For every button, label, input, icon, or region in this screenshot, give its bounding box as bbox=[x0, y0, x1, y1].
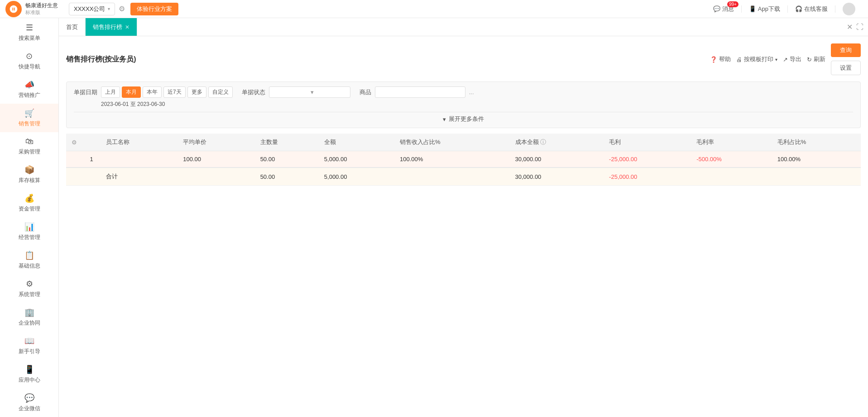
td-cost: 30,000.00 bbox=[510, 151, 604, 168]
app-logo: 畅康通好生意 标准版 bbox=[5, 1, 64, 17]
chart-icon: 📊 bbox=[24, 222, 34, 232]
status-filter-label: 单据状态 bbox=[242, 88, 265, 96]
page-actions: ❓ 帮助 🖨 按模板打印 ▾ ↗ 导出 ↻ bbox=[710, 43, 861, 75]
sidebar-item-marketing[interactable]: 📣 营销推广 bbox=[0, 75, 58, 104]
goods-text-input[interactable] bbox=[380, 89, 460, 96]
sidebar-item-quick-nav[interactable]: ⊙ 快捷导航 bbox=[0, 47, 58, 75]
goods-filter-label: 商品 bbox=[360, 88, 371, 96]
tab-sales-rank[interactable]: 销售排行榜 ✕ bbox=[86, 18, 137, 36]
company-selector[interactable]: XXXXX公司 ▾ bbox=[69, 3, 115, 15]
tf-label: 合计 bbox=[101, 168, 177, 186]
sidebar-item-label: 企业微信 bbox=[19, 405, 40, 412]
sidebar-item-system[interactable]: ⚙ 系统管理 bbox=[0, 274, 58, 303]
th-cost: 成本全额 ⓘ bbox=[510, 134, 604, 151]
table-row: 1 100.00 50.00 5,000.00 100.00% 30,000.0… bbox=[66, 151, 861, 168]
close-window-icon[interactable]: ✕ bbox=[847, 23, 853, 31]
td-gross: -25,000.00 bbox=[604, 151, 691, 168]
sidebar-item-label: 企业协同 bbox=[19, 319, 40, 327]
more-date-btn[interactable]: 更多 bbox=[187, 86, 206, 98]
sidebar-item-operations[interactable]: 📊 经营管理 bbox=[0, 217, 58, 246]
content-area: 首页 销售排行榜 ✕ ✕ ⛶ 销售排行榜(按业务员) ❓ bbox=[59, 18, 868, 417]
app-download-button[interactable]: 📱 App下载 bbox=[749, 5, 780, 13]
money-icon: 💰 bbox=[24, 193, 34, 203]
chevron-down-icon: ▾ bbox=[311, 89, 345, 96]
td-avg-price: 100.00 bbox=[177, 151, 254, 168]
date-filter-label: 单据日期 bbox=[74, 88, 97, 96]
tf-avg-price bbox=[177, 168, 254, 186]
online-service-button[interactable]: 🎧 在线客服 bbox=[795, 5, 828, 13]
tab-window-buttons: ✕ ⛶ bbox=[842, 18, 868, 36]
logo-icon bbox=[5, 1, 22, 17]
sidebar-item-label: 基础信息 bbox=[19, 262, 40, 270]
bag-icon: 🛍 bbox=[25, 137, 34, 146]
sidebar-item-label: 销售管理 bbox=[19, 120, 40, 128]
th-gross-pct: 毛利占比% bbox=[772, 134, 861, 151]
avatar[interactable] bbox=[843, 3, 855, 15]
settings-button[interactable]: 设置 bbox=[831, 61, 861, 75]
building-icon: 🏢 bbox=[24, 307, 34, 317]
chevron-down-icon: ▾ bbox=[108, 6, 110, 11]
help-button[interactable]: ❓ 帮助 bbox=[710, 55, 731, 63]
td-rank: 1 bbox=[82, 151, 101, 168]
sidebar-item-search-order[interactable]: ☰ 搜索菜单 bbox=[0, 18, 58, 47]
sidebar-item-inventory[interactable]: 📦 库存核算 bbox=[0, 160, 58, 189]
tab-home[interactable]: 首页 bbox=[59, 18, 86, 36]
sidebar-item-label: 系统管理 bbox=[19, 291, 40, 298]
print-button[interactable]: 🖨 按模板打印 ▾ bbox=[736, 55, 777, 63]
sidebar-item-finance[interactable]: 💰 资金管理 bbox=[0, 189, 58, 217]
sidebar-item-label: 营销推广 bbox=[19, 91, 40, 99]
th-name: 员工名称 bbox=[101, 134, 177, 151]
td-settings bbox=[66, 151, 82, 168]
filter-row: 单据日期 上月 本月 本年 近7天 更多 自定义 bbox=[74, 86, 853, 98]
sidebar-item-wechat[interactable]: 💬 企业微信 bbox=[0, 388, 58, 417]
divider bbox=[741, 5, 742, 13]
settings-icon[interactable]: ⚙ bbox=[119, 5, 125, 13]
chevron-down-icon: ▾ bbox=[443, 116, 446, 123]
page-content-wrapper: 销售排行榜(按业务员) ❓ 帮助 🖨 按模板打印 ▾ ↗ bbox=[59, 36, 868, 417]
expand-more-btn[interactable]: ▾ 展开更多条件 bbox=[74, 112, 853, 123]
page-title: 销售排行榜(按业务员) bbox=[66, 55, 136, 64]
message-button[interactable]: 💬 消息 99+ bbox=[713, 5, 734, 13]
help-icon: ❓ bbox=[710, 56, 717, 63]
this-month-btn[interactable]: 本月 bbox=[122, 86, 141, 98]
query-button[interactable]: 查询 bbox=[831, 43, 861, 57]
more-filter-icon[interactable]: ... bbox=[469, 89, 474, 96]
sidebar-item-purchase[interactable]: 🛍 采购管理 bbox=[0, 132, 58, 160]
tf-amount: 5,000.00 bbox=[319, 168, 394, 186]
trial-button[interactable]: 体验行业方案 bbox=[130, 3, 178, 15]
th-sales-pct: 销售收入占比% bbox=[394, 134, 510, 151]
app-name: 畅康通好生意 标准版 bbox=[25, 2, 58, 16]
custom-date-btn[interactable]: 自定义 bbox=[208, 86, 233, 98]
export-icon: ↗ bbox=[783, 56, 788, 63]
status-select[interactable]: ▾ bbox=[269, 86, 350, 98]
export-button[interactable]: ↗ 导出 bbox=[783, 55, 801, 63]
tf-gross-pct bbox=[772, 168, 861, 186]
status-filter: 单据状态 ▾ bbox=[242, 86, 350, 98]
tf-settings bbox=[66, 168, 82, 186]
last-7days-btn[interactable]: 近7天 bbox=[163, 86, 186, 98]
maximize-icon[interactable]: ⛶ bbox=[856, 23, 863, 31]
goods-input[interactable] bbox=[375, 86, 465, 98]
sidebar-item-label: 经营管理 bbox=[19, 234, 40, 241]
refresh-button[interactable]: ↻ 刷新 bbox=[807, 55, 825, 63]
megaphone-icon: 📣 bbox=[24, 80, 34, 90]
this-year-btn[interactable]: 本年 bbox=[143, 86, 162, 98]
th-settings: ⚙ bbox=[66, 134, 82, 151]
app-icon: 📱 bbox=[749, 5, 756, 12]
book-icon: 📖 bbox=[24, 336, 34, 346]
close-tab-icon[interactable]: ✕ bbox=[125, 24, 129, 30]
wechat-icon: 💬 bbox=[24, 393, 34, 403]
cost-info-icon[interactable]: ⓘ bbox=[540, 139, 546, 145]
last-month-btn[interactable]: 上月 bbox=[101, 86, 120, 98]
column-settings-icon[interactable]: ⚙ bbox=[72, 139, 77, 146]
message-icon: 💬 bbox=[713, 5, 720, 12]
sidebar-item-enterprise[interactable]: 🏢 企业协同 bbox=[0, 303, 58, 331]
sidebar-item-app-center[interactable]: 📱 应用中心 bbox=[0, 360, 58, 388]
th-gross-rate: 毛利率 bbox=[691, 134, 772, 151]
main-layout: ☰ 搜索菜单 ⊙ 快捷导航 📣 营销推广 🛒 销售管理 🛍 采购管理 📦 库存核… bbox=[0, 18, 868, 417]
sidebar-item-guide[interactable]: 📖 新手引导 bbox=[0, 331, 58, 360]
sidebar-item-base-info[interactable]: 📋 基础信息 bbox=[0, 246, 58, 274]
tf-gross: -25,000.00 bbox=[604, 168, 691, 186]
th-rank bbox=[82, 134, 101, 151]
sidebar-item-sales[interactable]: 🛒 销售管理 bbox=[0, 104, 58, 132]
